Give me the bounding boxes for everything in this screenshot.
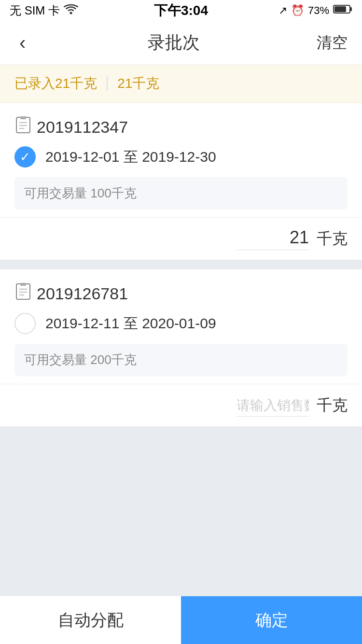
batch2-input-wrap [237, 394, 309, 417]
battery-text: 73% [308, 4, 329, 17]
batch1-icon [14, 116, 32, 138]
status-bar: 无 SIM 卡 下午3:04 ↗ ⏰ 73% [0, 0, 362, 21]
svg-rect-10 [20, 283, 26, 286]
batch1-id: 2019112347 [37, 118, 128, 137]
svg-rect-3 [334, 6, 346, 12]
batch1-check-icon: ✓ [20, 150, 30, 165]
batch2-unit: 千克 [317, 395, 348, 416]
bottom-bar: 自动分配 确定 [0, 596, 362, 644]
alarm-icon: ⏰ [291, 4, 304, 17]
batch1-avail-text: 可用交易量 100千克 [24, 186, 137, 200]
auto-distribute-button[interactable]: 自动分配 [0, 596, 181, 644]
batch2-avail-text: 可用交易量 200千克 [24, 352, 137, 367]
batch1-date-row[interactable]: ✓ 2019-12-01 至 2019-12-30 [0, 142, 362, 172]
batch2-date-row[interactable]: 2019-12-11 至 2020-01-09 [0, 309, 362, 339]
back-button[interactable]: ‹ [14, 27, 30, 58]
clear-button[interactable]: 清空 [317, 32, 348, 54]
info-banner: 已录入21千克 21千克 [0, 65, 362, 103]
info-divider [107, 76, 108, 91]
batch-card-2: 2019126781 2019-12-11 至 2020-01-09 可用交易量… [0, 269, 362, 426]
batch1-quantity-input[interactable] [237, 227, 309, 248]
batch2-id: 2019126781 [37, 284, 128, 303]
main-content: 已录入21千克 21千克 2019112347 ✓ 2019-12-01 至 2… [0, 65, 362, 644]
batch1-date: 2019-12-01 至 2019-12-30 [45, 147, 216, 167]
batch2-radio[interactable] [14, 313, 36, 334]
wifi-icon [64, 4, 78, 17]
nav-title: 录批次 [148, 31, 200, 55]
status-right: ↗ ⏰ 73% [278, 4, 352, 17]
batch2-avail-row: 可用交易量 200千克 [14, 344, 348, 376]
batch2-date: 2019-12-11 至 2020-01-09 [45, 314, 216, 334]
carrier-text: 无 SIM 卡 [10, 3, 60, 18]
svg-rect-2 [350, 7, 352, 11]
location-icon: ↗ [278, 4, 287, 17]
batch1-avail-row: 可用交易量 100千克 [14, 177, 348, 210]
svg-point-0 [70, 12, 72, 14]
batch2-quantity-row: 千克 [0, 384, 362, 426]
empty-area [0, 426, 362, 619]
status-time: 下午3:04 [154, 1, 208, 20]
batch2-id-row: 2019126781 [0, 269, 362, 309]
nav-bar: ‹ 录批次 清空 [0, 21, 362, 65]
confirm-button[interactable]: 确定 [181, 596, 362, 644]
recorded-label: 已录入21千克 [14, 74, 97, 93]
batch2-icon [14, 283, 32, 304]
batch1-input-wrap [237, 227, 309, 250]
info-amount: 21千克 [117, 74, 159, 93]
batch1-quantity-row: 千克 [0, 217, 362, 260]
batch1-id-row: 2019112347 [0, 103, 362, 142]
card-separator-1 [0, 260, 362, 269]
batch1-unit: 千克 [317, 228, 348, 250]
battery-icon [333, 4, 352, 17]
batch2-quantity-input[interactable] [237, 394, 309, 414]
status-left: 无 SIM 卡 [10, 3, 78, 18]
svg-rect-5 [20, 116, 26, 119]
batch-card-1: 2019112347 ✓ 2019-12-01 至 2019-12-30 可用交… [0, 103, 362, 260]
batch1-radio[interactable]: ✓ [14, 146, 36, 168]
